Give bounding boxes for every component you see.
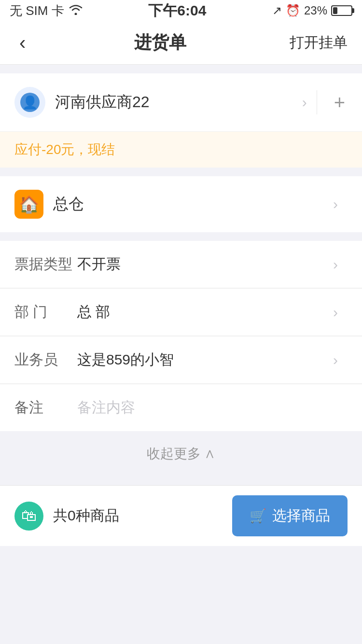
notice-bar: 应付-20元，现结 [0, 132, 362, 168]
alarm-icon: ⏰ [286, 4, 300, 17]
cart-icon-container: 🛍 [14, 502, 43, 531]
carrier-label: 无 SIM 卡 [10, 2, 64, 19]
open-pending-button[interactable]: 打开挂单 [290, 33, 348, 53]
chevron-right-icon: › [333, 352, 338, 368]
select-goods-button[interactable]: 🛒 选择商品 [232, 495, 348, 536]
department-label: 部 门 [14, 302, 72, 322]
cart-add-icon: 🛒 [250, 508, 266, 524]
notice-text: 应付-20元，现结 [14, 142, 115, 157]
remarks-label: 备注 [14, 398, 72, 418]
supplier-card: 👤 河南供应商22 › + 应付-20元，现结 [0, 73, 362, 168]
warehouse-card: 🏠 总仓 › [0, 176, 362, 232]
status-left: 无 SIM 卡 [10, 2, 83, 19]
warehouse-icon: 🏠 [14, 190, 43, 219]
battery-icon [331, 5, 352, 16]
vertical-divider [317, 90, 317, 114]
wifi-icon [69, 3, 83, 18]
gap-1 [0, 65, 362, 73]
department-row[interactable]: 部 门 总 部 › [0, 289, 362, 336]
nav-bar: ‹ 进货单 打开挂单 [0, 21, 362, 65]
location-icon: ↗ [272, 4, 282, 17]
gap-4 [0, 476, 362, 485]
warehouse-row[interactable]: 🏠 总仓 › [0, 176, 362, 232]
supplier-row[interactable]: 👤 河南供应商22 › + [0, 73, 362, 132]
home-icon: 🏠 [19, 195, 39, 214]
invoice-value: 不开票 [77, 254, 333, 274]
time-label: 下午6:04 [148, 1, 206, 21]
battery-percentage: 23% [304, 4, 327, 17]
salesperson-value: 这是859的小智 [77, 350, 333, 370]
add-button[interactable]: + [332, 89, 348, 116]
avatar-icon: 👤 [20, 93, 40, 112]
collapse-button[interactable]: 收起更多 ∧ [0, 431, 362, 476]
salesperson-row[interactable]: 业务员 这是859的小智 › [0, 336, 362, 384]
warehouse-name: 总仓 [53, 194, 333, 215]
chevron-right-icon: › [302, 94, 307, 111]
collapse-label: 收起更多 ∧ [147, 446, 216, 461]
shopping-cart-icon: 🛍 [21, 507, 37, 525]
chevron-right-icon: › [333, 256, 338, 273]
chevron-right-icon: › [333, 196, 338, 212]
person-icon: 👤 [22, 95, 38, 110]
invoice-label: 票据类型 [14, 254, 72, 274]
remarks-input[interactable]: 备注内容 [77, 398, 348, 418]
gap-2 [0, 168, 362, 176]
footer-bar: 🛍 共0种商品 🛒 选择商品 [0, 485, 362, 546]
invoice-type-row[interactable]: 票据类型 不开票 › [0, 241, 362, 288]
status-bar: 无 SIM 卡 下午6:04 ↗ ⏰ 23% [0, 0, 362, 21]
salesperson-label: 业务员 [14, 350, 72, 370]
supplier-name: 河南供应商22 [55, 92, 302, 113]
product-count-label: 共0种商品 [53, 506, 232, 526]
back-button[interactable]: ‹ [14, 27, 30, 58]
department-value: 总 部 [77, 302, 333, 322]
form-card: 票据类型 不开票 › 部 门 总 部 › 业务员 这是859的小智 › 备注 备… [0, 241, 362, 431]
remarks-row[interactable]: 备注 备注内容 [0, 384, 362, 431]
avatar: 👤 [14, 87, 45, 118]
gap-3 [0, 232, 362, 241]
page-title: 进货单 [134, 31, 186, 55]
select-goods-label: 选择商品 [272, 506, 330, 526]
status-right: ↗ ⏰ 23% [272, 4, 352, 17]
chevron-right-icon: › [333, 304, 338, 321]
